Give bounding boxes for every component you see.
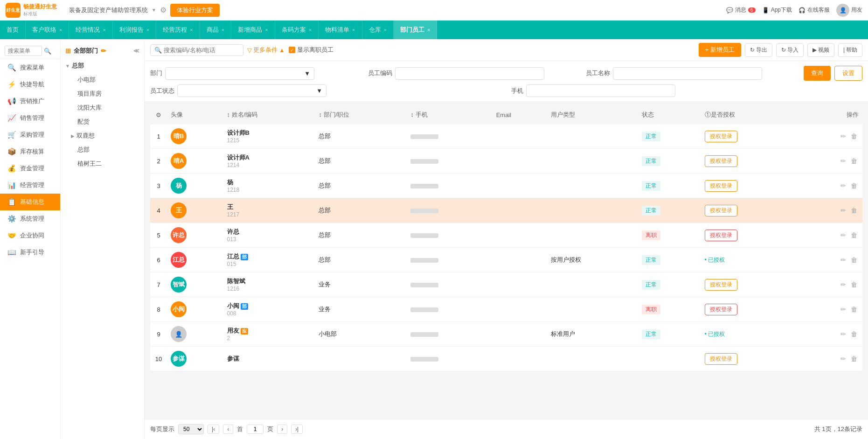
sidebar-item-搜索菜单[interactable]: 🔍搜索菜单	[0, 59, 60, 76]
add-employee-button[interactable]: + 新增员工	[699, 43, 741, 57]
edit-button[interactable]: ✏	[839, 256, 847, 264]
close-tab-icon[interactable]: ×	[59, 27, 62, 33]
page-number-input[interactable]	[247, 425, 264, 434]
edit-button[interactable]: ✏	[839, 157, 847, 165]
filter-dept-select[interactable]: ▼	[165, 67, 314, 80]
close-tab-icon[interactable]: ×	[103, 27, 105, 33]
auth-button[interactable]: 授权登录	[705, 230, 737, 241]
delete-button[interactable]: 🗑	[849, 132, 859, 140]
edit-button[interactable]: ✏	[839, 281, 847, 288]
nav-tab-经营历程[interactable]: 经营历程×	[156, 21, 200, 39]
trial-button[interactable]: 体验行业方案	[170, 4, 220, 17]
auth-button[interactable]: 授权登录	[705, 205, 737, 216]
close-tab-icon[interactable]: ×	[222, 27, 224, 33]
sidebar-item-系统管理[interactable]: ⚙️系统管理	[0, 210, 60, 227]
delete-button[interactable]: 🗑	[849, 306, 859, 313]
nav-tab-新增商品[interactable]: 新增商品×	[231, 21, 275, 39]
delete-button[interactable]: 🗑	[849, 182, 859, 189]
next-page-btn[interactable]: ›	[277, 425, 287, 434]
filter-phone-input[interactable]	[526, 84, 675, 97]
nav-tab-利润报告[interactable]: 利润报告×	[113, 21, 156, 39]
close-tab-icon[interactable]: ×	[352, 27, 355, 33]
dept-tree-item-小电部[interactable]: 小电部	[61, 73, 144, 87]
sidebar-search-input[interactable]	[5, 46, 42, 56]
sidebar-item-销售管理[interactable]: 📈销售管理	[0, 110, 60, 126]
edit-button[interactable]: ✏	[839, 182, 847, 189]
close-tab-icon[interactable]: ×	[384, 27, 387, 33]
message-action[interactable]: 💬 消息 6	[726, 6, 756, 14]
sidebar-item-经营管理[interactable]: 📊经营管理	[0, 177, 60, 194]
sidebar-item-资金管理[interactable]: 💰资金管理	[0, 160, 60, 177]
online-service-action[interactable]: 🎧 在线客服	[799, 6, 830, 14]
sidebar-item-企业协同[interactable]: 🤝企业协同	[0, 227, 60, 244]
dept-tree-item-总部[interactable]: 总部	[61, 143, 144, 157]
user-action[interactable]: 👤 用友	[836, 4, 862, 17]
system-title-dropdown[interactable]: ▼	[152, 7, 156, 13]
close-tab-icon[interactable]: ×	[265, 27, 268, 33]
delete-button[interactable]: 🗑	[849, 207, 859, 214]
show-resigned-checkbox[interactable]: ✓	[289, 47, 295, 53]
dept-collapse-icon[interactable]: ≪	[133, 48, 139, 54]
close-tab-icon[interactable]: ×	[146, 27, 149, 33]
app-download-action[interactable]: 📱 App下载	[762, 6, 792, 14]
nav-tab-物料清单[interactable]: 物料清单×	[319, 21, 362, 39]
nav-tab-首页[interactable]: 首页	[0, 21, 26, 39]
delete-button[interactable]: 🗑	[849, 231, 859, 239]
auth-button[interactable]: 授权登录	[705, 131, 737, 142]
edit-button[interactable]: ✏	[839, 355, 847, 362]
last-page-btn[interactable]: ›|	[291, 425, 303, 434]
dept-tree-item-项目库房[interactable]: 项目库房	[61, 87, 144, 101]
filter-empname-input[interactable]	[613, 67, 762, 80]
dept-tree-item-沈阳大库[interactable]: 沈阳大库	[61, 101, 144, 115]
export-button[interactable]: ↻ 导出	[745, 43, 772, 57]
delete-button[interactable]: 🗑	[849, 157, 859, 165]
search-input[interactable]	[164, 47, 229, 54]
auth-button[interactable]: 授权登录	[705, 353, 737, 365]
nav-tab-部门员工[interactable]: 部门员工×	[394, 21, 437, 39]
edit-button[interactable]: ✏	[839, 306, 847, 313]
close-tab-icon[interactable]: ×	[190, 27, 193, 33]
delete-button[interactable]: 🗑	[849, 256, 859, 264]
filter-status-select[interactable]: ▼	[177, 84, 326, 97]
first-page-btn[interactable]: |‹	[208, 425, 219, 434]
dept-tree-item-植树王二[interactable]: 植树王二	[61, 157, 144, 171]
edit-button[interactable]: ✏	[839, 231, 847, 239]
help-button[interactable]: | 帮助	[838, 43, 862, 57]
sidebar-item-基础信息[interactable]: 📋基础信息	[0, 194, 60, 210]
close-tab-icon[interactable]: ×	[309, 27, 312, 33]
delete-button[interactable]: 🗑	[849, 281, 859, 288]
query-button[interactable]: 查询	[804, 66, 831, 81]
view-button[interactable]: ▶ 视频	[807, 43, 834, 57]
delete-button[interactable]: 🗑	[849, 330, 859, 338]
prev-page-btn[interactable]: ‹	[223, 425, 233, 434]
nav-tab-客户联络[interactable]: 客户联络×	[26, 21, 69, 39]
nav-tab-经营情况[interactable]: 经营情况×	[69, 21, 112, 39]
show-resigned-toggle[interactable]: ✓ 显示离职员工	[289, 46, 333, 54]
edit-button[interactable]: ✏	[839, 330, 847, 338]
auth-button[interactable]: 授权登录	[705, 279, 737, 291]
dept-tree-item-双鹿想[interactable]: ▶双鹿想	[61, 129, 144, 143]
close-tab-icon[interactable]: ×	[427, 27, 430, 33]
col-settings[interactable]: ⚙	[150, 106, 167, 124]
settings-icon[interactable]: ⚙	[160, 6, 167, 14]
sidebar-item-营销推广[interactable]: 📢营销推广	[0, 93, 60, 110]
filter-empcode-input[interactable]	[395, 67, 544, 80]
sidebar-item-新手引导[interactable]: 📖新手引导	[0, 244, 60, 261]
dept-edit-icon[interactable]: ✏	[101, 47, 106, 55]
auth-button[interactable]: 授权登录	[705, 304, 737, 315]
auth-button[interactable]: 授权登录	[705, 180, 737, 192]
nav-tab-条码方案[interactable]: 条码方案×	[275, 21, 319, 39]
sidebar-item-采购管理[interactable]: 🛒采购管理	[0, 126, 60, 143]
nav-tab-仓库[interactable]: 仓库×	[362, 21, 394, 39]
setting-button[interactable]: 设置	[834, 66, 862, 81]
dept-tree-item-总部[interactable]: ▼总部	[61, 59, 144, 73]
auth-button[interactable]: 授权登录	[705, 155, 737, 167]
sidebar-item-快捷导航[interactable]: ⚡快捷导航	[0, 76, 60, 93]
dept-tree-item-配货[interactable]: 配货	[61, 115, 144, 129]
delete-button[interactable]: 🗑	[849, 355, 859, 362]
nav-tab-商品[interactable]: 商品×	[200, 21, 231, 39]
per-page-select[interactable]: 50 20 100	[178, 424, 204, 434]
more-filter-btn[interactable]: ▽ 更多条件 ▲	[247, 46, 285, 54]
edit-button[interactable]: ✏	[839, 207, 847, 214]
import-button[interactable]: ↻ 导入	[776, 43, 804, 57]
